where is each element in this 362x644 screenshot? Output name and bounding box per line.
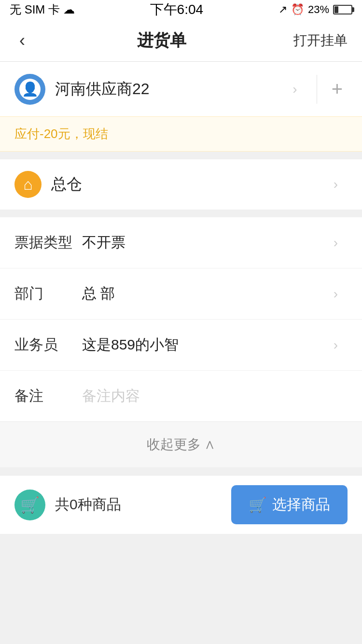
invoice-type-row[interactable]: 票据类型 不开票 › <box>0 217 362 268</box>
salesperson-row[interactable]: 业务员 这是859的小智 › <box>0 319 362 370</box>
salesperson-value: 这是859的小智 <box>82 335 334 355</box>
supplier-avatar: 👤 <box>14 74 45 105</box>
back-button[interactable]: ‹ <box>14 26 30 56</box>
supplier-name: 河南供应商22 <box>55 79 150 100</box>
open-pending-button[interactable]: 打开挂单 <box>293 31 348 50</box>
battery-icon <box>333 5 352 14</box>
collapse-row[interactable]: 收起更多 ∧ <box>0 421 362 467</box>
salesperson-label: 业务员 <box>14 335 77 355</box>
warehouse-name: 总仓 <box>51 174 334 195</box>
page-title: 进货单 <box>137 29 186 52</box>
chevron-right-icon: › <box>334 337 338 353</box>
nav-bar: ‹ 进货单 打开挂单 <box>0 19 362 62</box>
notice-text: 应付-20元，现结 <box>14 126 108 141</box>
status-time: 下午6:04 <box>150 0 204 19</box>
person-icon: 👤 <box>22 81 39 97</box>
chevron-right-icon: › <box>334 177 338 192</box>
add-supplier-button[interactable]: + <box>327 73 348 105</box>
select-product-button[interactable]: 🛒 选择商品 <box>231 485 348 524</box>
remark-row[interactable]: 备注 备注内容 <box>0 370 362 421</box>
invoice-type-value: 不开票 <box>82 233 334 252</box>
bottom-bar: 🛒 共0种商品 🛒 选择商品 <box>0 475 362 534</box>
battery-text: 23% <box>308 3 329 16</box>
remark-label: 备注 <box>14 386 77 406</box>
collapse-label: 收起更多 ∧ <box>147 435 216 454</box>
chevron-right-icon: › <box>292 82 297 97</box>
form-card: 票据类型 不开票 › 部门 总 部 › 业务员 这是859的小智 › 备注 备注… <box>0 217 362 467</box>
divider <box>317 75 317 104</box>
supplier-info: 👤 河南供应商22 <box>14 74 292 105</box>
alarm-icon: ⏰ <box>291 3 304 16</box>
product-icon-wrap: 🛒 <box>14 490 45 520</box>
chevron-right-icon: › <box>334 235 338 251</box>
main-content: 👤 河南供应商22 › + 应付-20元，现结 ⌂ 总仓 › 票据类型 不开 <box>0 62 362 641</box>
signal-text: 无 SIM 卡 ☁ <box>10 2 75 17</box>
department-label: 部门 <box>14 284 77 304</box>
chevron-right-icon: › <box>334 286 338 302</box>
remark-input[interactable]: 备注内容 <box>82 386 348 406</box>
select-cart-icon: 🛒 <box>249 496 266 513</box>
supplier-row[interactable]: 👤 河南供应商22 › + <box>0 62 362 116</box>
supplier-card: 👤 河南供应商22 › + 应付-20元，现结 <box>0 62 362 152</box>
warehouse-icon-wrap: ⌂ <box>14 171 42 198</box>
status-bar: 无 SIM 卡 ☁ 下午6:04 ↗ ⏰ 23% <box>0 0 362 19</box>
warehouse-row[interactable]: ⌂ 总仓 › <box>0 159 362 210</box>
product-cart-icon: 🛒 <box>20 496 40 514</box>
location-icon: ↗ <box>278 3 287 16</box>
product-count-text: 共0种商品 <box>55 495 231 515</box>
invoice-type-label: 票据类型 <box>14 233 77 252</box>
status-left: 无 SIM 卡 ☁ <box>10 2 75 17</box>
department-value: 总 部 <box>82 284 334 304</box>
select-btn-label: 选择商品 <box>272 495 330 515</box>
warehouse-card[interactable]: ⌂ 总仓 › <box>0 159 362 210</box>
status-right: ↗ ⏰ 23% <box>278 3 352 16</box>
notice-bar: 应付-20元，现结 <box>0 116 362 152</box>
department-row[interactable]: 部门 总 部 › <box>0 268 362 319</box>
warehouse-icon: ⌂ <box>23 176 32 194</box>
